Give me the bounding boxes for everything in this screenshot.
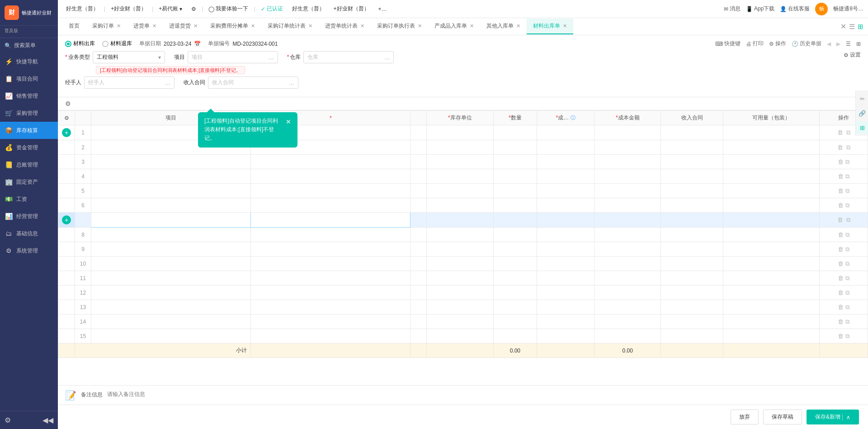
save-new-button[interactable]: 保存&新增 ∧: [807, 410, 859, 424]
sidebar-item-project[interactable]: 📋 项目合同: [0, 70, 58, 87]
tab-purchase-stats[interactable]: 采购订单统计表 ✕: [261, 19, 319, 34]
username-label[interactable]: 畅捷通8号…: [833, 5, 863, 13]
settings-bottom-icon[interactable]: ⚙: [5, 416, 11, 424]
operation-btn[interactable]: ⚙ 操作: [769, 40, 786, 48]
tab-close-finished-product[interactable]: ✕: [470, 23, 474, 29]
topbar-haoyecai[interactable]: +好业财（普）: [107, 3, 150, 14]
tab-material-issue[interactable]: 材料出库单 ✕: [527, 19, 573, 34]
quick-key-btn[interactable]: ⌨ 快捷键: [715, 40, 741, 48]
row-add-row-btn[interactable]: +: [62, 215, 71, 224]
row-delete-icon[interactable]: 🗑: [838, 202, 844, 209]
row-add-btn[interactable]: +: [62, 128, 71, 137]
save-new-arrow-icon[interactable]: ∧: [842, 414, 850, 420]
row-copy-icon[interactable]: ⧉: [845, 260, 849, 267]
sidebar-search[interactable]: 🔍 搜索菜单: [0, 38, 58, 53]
business-type-select[interactable]: 工程领料 ▾: [93, 51, 165, 63]
row-delete-icon[interactable]: 🗑: [837, 144, 843, 151]
topbar-trial[interactable]: ◯ 我要体验一下: [205, 3, 252, 14]
sidebar-item-basic[interactable]: 🗂 基础信息: [0, 225, 58, 242]
row-delete-icon[interactable]: 🗑: [838, 275, 844, 281]
row-delete-icon[interactable]: 🗑: [838, 333, 844, 339]
row-copy-icon[interactable]: ⧉: [845, 231, 849, 238]
row-copy-icon[interactable]: ⧉: [845, 318, 849, 325]
right-panel-table-icon[interactable]: ⊞: [856, 121, 868, 134]
row-copy-icon[interactable]: ⧉: [845, 202, 849, 209]
row-copy-icon[interactable]: ⧉: [845, 304, 849, 310]
row-material-input[interactable]: [255, 217, 406, 223]
tab-close-purchase-execution[interactable]: ✕: [418, 23, 422, 29]
tooltip-close-btn[interactable]: ✕: [286, 117, 291, 127]
row-delete-icon[interactable]: 🗑: [837, 216, 843, 223]
tab-finished-product[interactable]: 产成品入库单 ✕: [428, 19, 480, 34]
tab-purchase-expense[interactable]: 采购费用分摊单 ✕: [204, 19, 261, 34]
right-panel-edit-icon[interactable]: ✏: [856, 92, 868, 105]
topbar-settings[interactable]: ⚙: [188, 4, 200, 14]
table-settings-icon[interactable]: ⚙: [65, 100, 71, 107]
row-delete-icon[interactable]: 🗑: [838, 231, 844, 238]
tab-list-view-icon[interactable]: ☰: [849, 23, 855, 31]
row-copy-icon[interactable]: ⧉: [845, 173, 849, 180]
row-project-input[interactable]: [95, 217, 247, 223]
sidebar-item-sales[interactable]: 📈 销售管理: [0, 87, 58, 105]
calendar-icon[interactable]: 📅: [194, 41, 201, 47]
form-view-btn[interactable]: ⊞: [856, 41, 861, 47]
tab-other-storage[interactable]: 其他入库单 ✕: [480, 19, 527, 34]
handler-more-icon[interactable]: …: [165, 80, 170, 86]
row-delete-icon[interactable]: 🗑: [838, 304, 844, 310]
print-btn[interactable]: 🖨 打印: [746, 40, 764, 48]
row-copy-icon[interactable]: ⧉: [845, 289, 849, 296]
row-delete-icon[interactable]: 🗑: [838, 158, 844, 165]
row-delete-icon[interactable]: 🗑: [837, 129, 843, 136]
radio-material-issue[interactable]: 材料出库: [65, 40, 95, 48]
topbar-more[interactable]: +…: [375, 4, 391, 14]
sidebar-item-purchase[interactable]: 🛒 采购管理: [0, 105, 58, 122]
online-service-btn[interactable]: 👤 在线客服: [780, 5, 810, 13]
row-copy-icon[interactable]: ⧉: [845, 158, 849, 165]
sidebar-item-finance[interactable]: 💰 资金管理: [0, 139, 58, 156]
sidebar-item-inventory[interactable]: 📦 库存核算: [0, 122, 58, 139]
cost-price-info-icon[interactable]: ⓘ: [571, 115, 576, 120]
row-copy-icon[interactable]: ⧉: [846, 216, 850, 223]
tab-close-material-issue[interactable]: ✕: [563, 23, 567, 29]
sidebar-item-assets[interactable]: 🏢 固定资产: [0, 173, 58, 191]
topbar-yidaizhang[interactable]: +易代账 ▾: [155, 3, 186, 14]
tab-goods-receipt[interactable]: 进货单 ✕: [127, 19, 163, 34]
topbar-haoshengyi[interactable]: 好生意（普）: [62, 3, 102, 14]
app-download-btn[interactable]: 📱 App下载: [746, 5, 774, 13]
tab-purchase-execution[interactable]: 采购订单执行表 ✕: [371, 19, 428, 34]
tab-close-goods-receipt[interactable]: ✕: [152, 23, 156, 29]
project-select[interactable]: 项目 …: [188, 51, 278, 63]
note-input[interactable]: [107, 389, 861, 399]
tab-grid-view-icon[interactable]: ⊞: [858, 23, 863, 31]
warehouse-more-icon[interactable]: …: [384, 54, 390, 61]
tab-home[interactable]: 首页: [62, 19, 86, 34]
right-panel-link-icon[interactable]: 🔗: [856, 107, 868, 119]
topbar-haoyecai2[interactable]: +好业财（普）: [330, 3, 373, 14]
form-settings-btn[interactable]: ⚙ 设置: [844, 51, 861, 59]
tab-purchase-order[interactable]: 采购订单 ✕: [86, 19, 127, 34]
history-btn[interactable]: 🕐 历史单据: [792, 40, 821, 48]
collapse-sidebar-icon[interactable]: ◀◀: [42, 416, 53, 424]
income-contract-select[interactable]: 收入合同 …: [208, 76, 298, 89]
tab-goods-return[interactable]: 进退货货 ✕: [163, 19, 204, 34]
sidebar-item-payroll[interactable]: 💵 工资: [0, 191, 58, 208]
sidebar-item-operations[interactable]: 📊 经营管理: [0, 208, 58, 225]
discard-button[interactable]: 放弃: [731, 410, 759, 424]
row-copy-icon[interactable]: ⧉: [845, 187, 849, 194]
tab-close-other-storage[interactable]: ✕: [516, 23, 520, 29]
tab-close-goods-stats[interactable]: ✕: [360, 23, 364, 29]
sidebar-item-ledger[interactable]: 📒 总账管理: [0, 156, 58, 173]
tab-close-purchase-expense[interactable]: ✕: [251, 23, 255, 29]
tab-goods-stats[interactable]: 进货单统计表 ✕: [319, 19, 371, 34]
avatar[interactable]: 畅: [815, 3, 828, 15]
tab-close-purchase-order[interactable]: ✕: [117, 23, 121, 29]
project-more-icon[interactable]: …: [269, 54, 274, 61]
row-delete-icon[interactable]: 🗑: [838, 318, 844, 325]
row-copy-icon[interactable]: ⧉: [845, 246, 849, 253]
row-copy-icon[interactable]: ⧉: [846, 144, 850, 151]
row-delete-icon[interactable]: 🗑: [838, 260, 844, 267]
sidebar-item-quick-nav[interactable]: ⚡ 快捷导航: [0, 53, 58, 70]
row-delete-icon[interactable]: 🗑: [838, 289, 844, 296]
row-copy-icon[interactable]: ⧉: [845, 275, 849, 281]
sidebar-item-system[interactable]: ⚙ 系统管理: [0, 242, 58, 259]
